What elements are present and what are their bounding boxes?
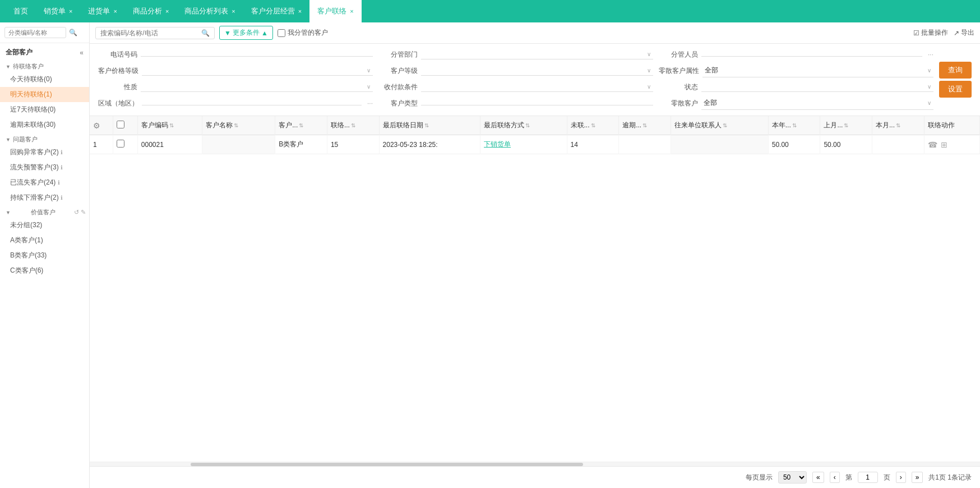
collapse-icon[interactable]: « bbox=[80, 49, 84, 57]
sort-icon[interactable]: ⇅ bbox=[844, 122, 848, 128]
th-action: 联络动作 bbox=[924, 116, 979, 135]
gear-icon[interactable]: ⚙ bbox=[93, 121, 100, 130]
query-button[interactable]: 查询 bbox=[939, 62, 972, 79]
sidebar-item-class-a[interactable]: A类客户(1) bbox=[0, 233, 89, 248]
sidebar-item-class-c[interactable]: C类客户(6) bbox=[0, 263, 89, 278]
search-icon[interactable]: 🔍 bbox=[69, 29, 77, 36]
td-unit-contact bbox=[671, 135, 768, 154]
my-customers-label: 我分管的客户 bbox=[288, 28, 328, 38]
sort-icon[interactable]: ⇅ bbox=[723, 122, 727, 128]
search-box[interactable]: 🔍 bbox=[95, 27, 215, 39]
my-customers-checkbox[interactable] bbox=[278, 29, 285, 37]
next-page-button[interactable]: › bbox=[896, 472, 906, 483]
prev-page-button[interactable]: ‹ bbox=[830, 472, 840, 483]
filter-row-4: 区域（地区） ··· 客户类型 零散客户 全部∨ bbox=[98, 96, 933, 110]
customer-type-input[interactable] bbox=[421, 102, 653, 105]
search-icon[interactable]: 🔍 bbox=[201, 29, 210, 37]
th-code-label: 客户编码 bbox=[141, 121, 168, 129]
nav-sales[interactable]: 销货单 × bbox=[36, 0, 80, 22]
nav-product-analysis-list[interactable]: 商品分析列表 × bbox=[177, 0, 243, 22]
close-icon[interactable]: × bbox=[350, 8, 353, 15]
nav-home[interactable]: 首页 bbox=[6, 0, 36, 22]
close-icon[interactable]: × bbox=[165, 8, 169, 15]
select-all-checkbox[interactable] bbox=[117, 121, 124, 128]
sort-icon[interactable]: ⇅ bbox=[234, 122, 238, 128]
search-input[interactable] bbox=[100, 29, 201, 37]
sidebar-item-abnormal-repurchase[interactable]: 回购异常客户(2) ℹ bbox=[0, 145, 89, 160]
sort-icon[interactable]: ⇅ bbox=[792, 122, 797, 128]
sidebar-search-input[interactable] bbox=[4, 27, 66, 38]
row-checkbox[interactable] bbox=[117, 140, 124, 148]
sort-icon[interactable]: ⇅ bbox=[896, 122, 900, 128]
nav-purchase[interactable]: 进货单 × bbox=[80, 0, 124, 22]
scrollbar-thumb[interactable] bbox=[191, 463, 583, 466]
phone-input[interactable] bbox=[141, 53, 373, 57]
sidebar-item-declining[interactable]: 持续下滑客户(2) ℹ bbox=[0, 190, 89, 205]
retail-attr-select[interactable]: 全部∨ bbox=[702, 64, 933, 77]
nav-customer-contact[interactable]: 客户联络 × bbox=[309, 0, 361, 22]
sort-icon[interactable]: ⇅ bbox=[424, 122, 429, 128]
sort-icon[interactable]: ⇅ bbox=[591, 122, 595, 128]
close-icon[interactable]: × bbox=[113, 8, 117, 15]
sort-icon[interactable]: ⇅ bbox=[642, 122, 647, 128]
th-year-label: 本年... bbox=[772, 121, 791, 129]
filter-region: 区域（地区） ··· bbox=[98, 99, 373, 108]
horizontal-scrollbar[interactable] bbox=[90, 462, 980, 466]
per-page-select[interactable]: 50 100 200 bbox=[778, 471, 807, 484]
td-type: B类客户 bbox=[275, 135, 327, 154]
sidebar-item-ungrouped[interactable]: 未分组(32) bbox=[0, 218, 89, 233]
retail-customer-select[interactable]: 全部∨ bbox=[701, 96, 933, 110]
filter-panel: 电话号码 分管部门 ∨ 分管人员 ··· bbox=[90, 44, 980, 116]
table-header-row: ⚙ 客户编码⇅ 客户名称⇅ 客户...⇅ 联络...⇅ 最后联络日期⇅ 最后联络… bbox=[90, 116, 980, 135]
dept-select[interactable]: ∨ bbox=[421, 49, 653, 59]
page-input[interactable] bbox=[858, 472, 878, 483]
sidebar-item-tomorrow-contact[interactable]: 明天待联络(1) bbox=[0, 87, 89, 102]
td-action: ☎ ⊞ bbox=[924, 135, 979, 154]
sidebar-item-churn-warning[interactable]: 流失预警客户(3) ℹ bbox=[0, 160, 89, 175]
more-action-icon[interactable]: ⊞ bbox=[941, 140, 947, 149]
sidebar-group-pending: 待联络客户 bbox=[0, 59, 89, 72]
nature-select[interactable]: ∨ bbox=[141, 82, 373, 92]
payment-label: 收付款条件 bbox=[378, 82, 418, 92]
sidebar-item-class-b[interactable]: B类客户(33) bbox=[0, 248, 89, 263]
chevron-up-icon: ▲ bbox=[261, 29, 268, 37]
sidebar-item-churned[interactable]: 已流失客户(24) ℹ bbox=[0, 175, 89, 190]
last-page-button[interactable]: » bbox=[912, 472, 923, 483]
last-contact-way-link[interactable]: 下销货单 bbox=[484, 140, 511, 148]
price-grade-select[interactable]: ∨ bbox=[142, 66, 373, 76]
nav-product-analysis[interactable]: 商品分析 × bbox=[125, 0, 177, 22]
region-dots-icon[interactable]: ··· bbox=[367, 99, 373, 107]
th-overdue-label: 逾期... bbox=[622, 121, 641, 129]
payment-select[interactable]: ∨ bbox=[421, 82, 653, 92]
sort-icon[interactable]: ⇅ bbox=[299, 122, 303, 128]
nav-customer-layered[interactable]: 客户分层经营 × bbox=[243, 0, 309, 22]
sort-icon[interactable]: ⇅ bbox=[351, 122, 355, 128]
sort-icon[interactable]: ⇅ bbox=[525, 122, 530, 128]
settings-button[interactable]: 设置 bbox=[939, 81, 972, 98]
close-icon[interactable]: × bbox=[298, 8, 302, 15]
status-select[interactable]: ∨ bbox=[701, 82, 933, 92]
more-filter-button[interactable]: ▼ 更多条件 ▲ bbox=[219, 26, 273, 40]
contact-action-icon[interactable]: ☎ bbox=[928, 140, 937, 149]
region-input[interactable] bbox=[142, 102, 362, 105]
person-input[interactable] bbox=[701, 53, 922, 57]
batch-operation-button[interactable]: ☑ 批量操作 bbox=[913, 28, 948, 38]
table-body: 1 000021 B类客户 15 2023-05-23 18:25: 下销货单 … bbox=[90, 135, 980, 154]
th-last-date-label: 最后联络日期 bbox=[383, 121, 423, 129]
sidebar-item-today-contact[interactable]: 今天待联络(0) bbox=[0, 72, 89, 87]
first-page-button[interactable]: « bbox=[812, 472, 824, 483]
th-last-way-label: 最后联络方式 bbox=[484, 121, 524, 129]
customer-grade-select[interactable]: ∨ bbox=[421, 66, 653, 76]
sidebar-item-overdue-contact[interactable]: 逾期未联络(30) bbox=[0, 117, 89, 132]
status-label: 状态 bbox=[659, 82, 698, 92]
close-icon[interactable]: × bbox=[232, 8, 235, 15]
person-dots-icon[interactable]: ··· bbox=[928, 50, 933, 58]
td-this-month bbox=[872, 135, 924, 154]
filter-retail-attr: 零散客户属性 全部∨ bbox=[659, 64, 933, 77]
export-button[interactable]: ↗ 导出 bbox=[954, 28, 974, 38]
sort-icon[interactable]: ⇅ bbox=[169, 122, 174, 128]
page-label2: 页 bbox=[884, 473, 890, 482]
td-last-contact-date: 2023-05-23 18:25: bbox=[379, 135, 480, 154]
close-icon[interactable]: × bbox=[69, 8, 72, 15]
sidebar-item-7day-contact[interactable]: 近7天待联络(0) bbox=[0, 102, 89, 117]
